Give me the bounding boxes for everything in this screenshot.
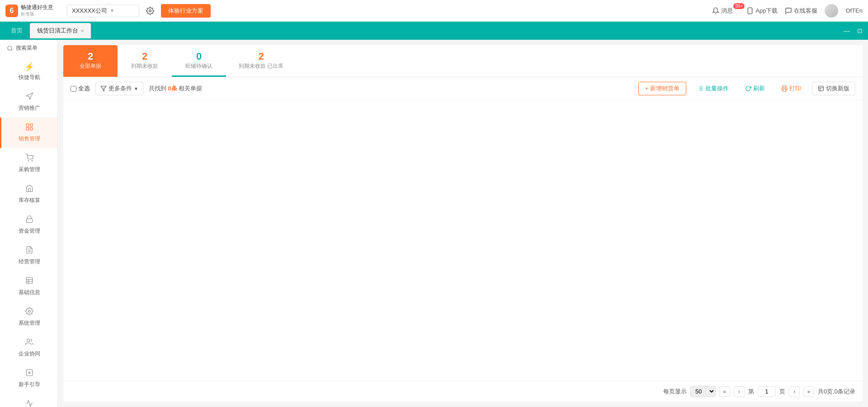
stats-tabs: 2 全部单据 2 到期未收款 0 旺辅待确认 2 到期未收款 已出库 <box>63 45 863 77</box>
tab-home[interactable]: 首页 <box>4 23 30 38</box>
svg-rect-7 <box>30 128 33 130</box>
sidebar-item-label: 快捷导航 <box>19 74 40 81</box>
prev-page-button[interactable]: ‹ <box>734 386 745 397</box>
message-action[interactable]: 消息 99+ <box>712 7 739 15</box>
sidebar-item-label: 系统管理 <box>19 319 40 327</box>
pagination: 每页显示 50 100 200 « ‹ 第 页 › » 共0页,0条记录 <box>63 381 863 402</box>
found-suffix: 相关单据 <box>179 85 202 92</box>
sidebar-item-label: 企业协同 <box>19 350 40 358</box>
maximize-icon[interactable]: ⊡ <box>855 25 864 36</box>
sidebar-item-guide[interactable]: 新手引导 <box>0 363 57 394</box>
found-count: 0条 <box>168 85 177 92</box>
company-name-label: XXXXXX公司 <box>72 7 107 15</box>
filter-btn-label: 更多条件 <box>108 84 132 93</box>
sidebar-item-sales[interactable]: 销售管理 <box>0 117 57 148</box>
user-avatar[interactable] <box>825 4 838 18</box>
trial-button[interactable]: 体验行业方案 <box>161 4 211 18</box>
logo-area: 6 畅捷通好生意 标准版 <box>5 4 63 18</box>
message-badge: 99+ <box>733 3 745 9</box>
sidebar-item-finance[interactable]: 资金管理 <box>0 210 57 240</box>
sidebar-item-basic-info[interactable]: 基础信息 <box>0 271 57 302</box>
app-badge: 标准版 <box>21 11 53 17</box>
app-center-icon <box>25 399 33 407</box>
svg-marker-23 <box>101 86 106 91</box>
sidebar-item-label: 新手引导 <box>19 381 40 388</box>
sidebar-item-inventory[interactable]: 库存核算 <box>0 179 57 210</box>
online-service-action[interactable]: 在线客服 <box>785 7 817 15</box>
tab-qhrc[interactable]: 钱货日清工作台 × <box>30 23 91 38</box>
stats-tab-overdue-out[interactable]: 2 到期未收款 已出库 <box>226 45 296 77</box>
select-all-checkbox-label[interactable]: 全选 <box>71 84 90 93</box>
filter-button[interactable]: 更多条件 ▼ <box>95 82 143 95</box>
select-all-label: 全选 <box>78 84 90 93</box>
sidebar-item-label: 库存核算 <box>19 196 40 204</box>
online-service-label: 在线客服 <box>794 7 817 15</box>
sidebar-item-label: 销售管理 <box>19 135 40 143</box>
app-download-action[interactable]: App下载 <box>746 7 778 15</box>
print-button[interactable]: 打印 <box>776 82 807 95</box>
svg-point-19 <box>27 339 30 342</box>
sidebar-item-label: 采购管理 <box>19 166 40 173</box>
stats-tab-overdue[interactable]: 2 到期未收款 <box>118 45 172 77</box>
basic-info-icon <box>25 276 33 287</box>
svg-point-0 <box>149 9 151 12</box>
svg-rect-11 <box>26 219 33 222</box>
tab-home-label: 首页 <box>11 27 23 35</box>
svg-point-10 <box>32 160 33 161</box>
sidebar-search[interactable]: 搜索菜单 <box>0 40 57 56</box>
page-prefix-label: 第 <box>748 388 754 396</box>
tab-qhrc-label: 钱货日清工作台 <box>37 27 78 35</box>
tab-close-icon[interactable]: × <box>81 28 84 33</box>
stats-label-overdue: 到期未收款 <box>131 62 158 70</box>
toolbar-right: + 新增销货单 批量操作 <box>638 82 855 95</box>
content-inner: 2 全部单据 2 到期未收款 0 旺辅待确认 2 到期未收款 已出库 <box>63 45 863 402</box>
sidebar-item-purchase[interactable]: 采购管理 <box>0 148 57 179</box>
next-page-button[interactable]: › <box>789 386 800 397</box>
minimize-icon[interactable]: — <box>842 25 852 36</box>
sidebar-item-marketing[interactable]: 营销推广 <box>0 87 57 117</box>
sidebar-item-label: 营销推广 <box>19 104 40 112</box>
sidebar-item-operations[interactable]: 经营管理 <box>0 240 57 271</box>
first-page-button[interactable]: « <box>719 386 730 397</box>
chevron-down-icon: ▼ <box>110 8 114 13</box>
per-page-label: 每页显示 <box>663 388 687 396</box>
new-sales-order-button[interactable]: + 新增销货单 <box>638 82 686 95</box>
stats-label-all: 全部单据 <box>80 62 101 70</box>
page-number-input[interactable] <box>758 386 776 397</box>
company-selector[interactable]: XXXXXX公司 ▼ <box>67 5 139 17</box>
marketing-icon <box>25 92 33 103</box>
stats-tab-wangpu[interactable]: 0 旺辅待确认 <box>172 45 226 77</box>
svg-rect-8 <box>26 128 28 130</box>
toolbar: 全选 更多条件 ▼ 共找到 0条 相关单据 <box>63 77 863 100</box>
svg-point-3 <box>8 46 12 50</box>
refresh-button[interactable]: 刷新 <box>740 82 770 95</box>
last-page-button[interactable]: » <box>803 386 814 397</box>
user-name-label[interactable]: OfTEn <box>845 7 863 14</box>
total-label: 共0页,0条记录 <box>818 388 855 396</box>
svg-rect-1 <box>748 8 752 14</box>
sidebar-item-label: 基础信息 <box>19 289 40 296</box>
toolbar-left: 全选 更多条件 ▼ 共找到 0条 相关单据 <box>71 82 633 95</box>
sales-icon <box>25 123 33 133</box>
batch-operation-button[interactable]: 批量操作 <box>692 82 734 95</box>
stats-label-overdue-out: 到期未收款 已出库 <box>239 62 283 70</box>
switch-version-button[interactable]: 切换新版 <box>812 82 855 95</box>
quick-nav-icon: ⚡ <box>24 62 34 72</box>
stats-tab-all[interactable]: 2 全部单据 <box>63 45 118 77</box>
select-all-checkbox[interactable] <box>71 86 76 92</box>
batch-label: 批量操作 <box>705 84 729 93</box>
app-logo-icon: 6 <box>5 5 18 17</box>
sidebar-item-system[interactable]: 系统管理 <box>0 302 57 332</box>
print-label: 打印 <box>789 84 801 93</box>
sidebar-item-enterprise[interactable]: 企业协同 <box>0 332 57 363</box>
operations-icon <box>25 246 33 256</box>
refresh-label: 刷新 <box>753 84 765 93</box>
sidebar-item-quick-nav[interactable]: ⚡ 快捷导航 <box>0 56 57 87</box>
sidebar-item-app-center[interactable]: 应用中心 <box>0 394 57 407</box>
stats-num-overdue: 2 <box>142 51 147 62</box>
app-name: 畅捷通好生意 <box>21 4 53 11</box>
per-page-select[interactable]: 50 100 200 <box>690 386 716 397</box>
settings-button[interactable] <box>143 4 157 18</box>
svg-point-9 <box>28 160 29 161</box>
enterprise-icon <box>25 338 33 348</box>
